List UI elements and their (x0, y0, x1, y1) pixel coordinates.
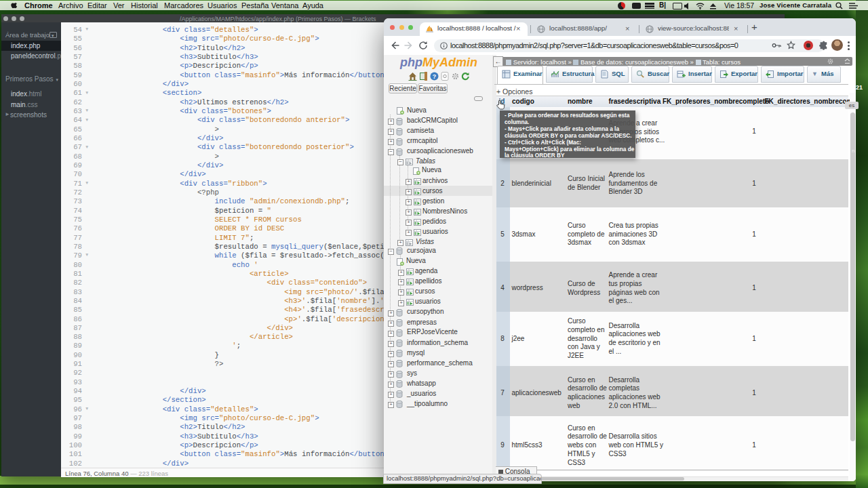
svg-text:?: ? (433, 73, 437, 80)
